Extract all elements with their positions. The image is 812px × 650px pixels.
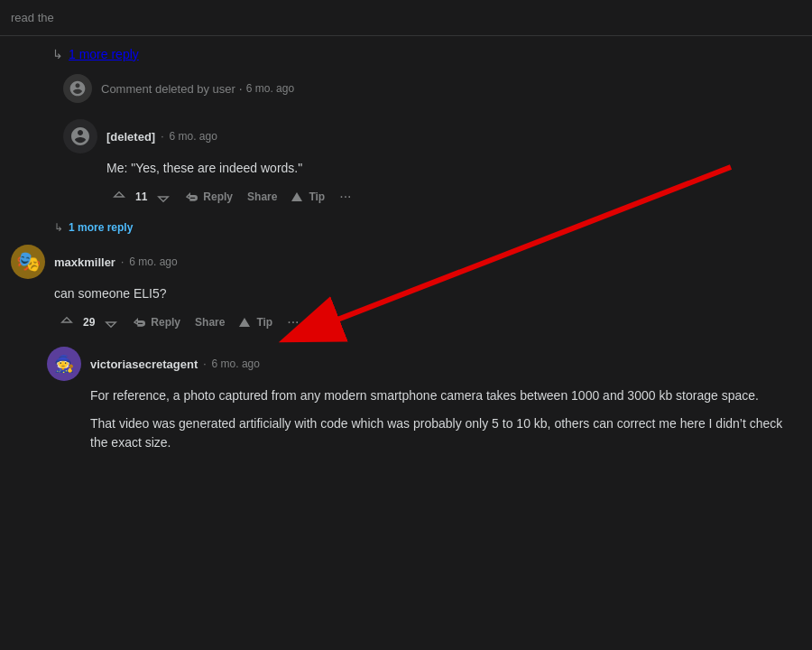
comment3-header: 🧙 victoriasecretagent · 6 mo. ago [47, 347, 801, 381]
comment2-reply-button[interactable]: Reply [127, 311, 186, 333]
comment3-para1: For reference, a photo captured from any… [90, 386, 801, 405]
comment1-text: Me: "Yes, these are indeed words." [106, 161, 302, 175]
comment2-body: can someone ELI5? [54, 284, 801, 303]
comment2-share-button[interactable]: Share [189, 312, 230, 332]
comment2-text: can someone ELI5? [54, 286, 167, 301]
comment2-reply-icon [133, 315, 147, 330]
comment-deleted-header: [deleted] · 6 mo. ago [63, 119, 801, 153]
downvote-icon [156, 190, 171, 204]
comment1-share-label: Share [247, 190, 277, 203]
comment2-time: 6 mo. ago [129, 255, 177, 268]
comment-maxkmiller: 🎭 maxkmiller · 6 mo. ago can someone ELI… [0, 241, 812, 338]
top-bar-text: read the [11, 11, 54, 24]
comment2-downvote-button[interactable] [98, 311, 124, 333]
deleted-user-avatar-icon [69, 125, 91, 147]
deleted-dot: · [239, 81, 243, 96]
victoria-avatar: 🧙 [47, 347, 81, 381]
comments-container: ↳ 1 more reply Comment deleted by user ·… [0, 36, 812, 476]
comment1-vote-group: 11 [106, 186, 176, 208]
one-more-reply-link[interactable]: 1 more reply [69, 221, 133, 234]
comment1-upvote-button[interactable] [106, 186, 132, 208]
deleted-user-avatar [63, 119, 97, 153]
comment-deleted-user: [deleted] · 6 mo. ago Me: "Yes, these ar… [0, 116, 812, 212]
comment1-reply-label: Reply [203, 190, 233, 203]
comment-victoria: 🧙 victoriasecretagent · 6 mo. ago For re… [0, 343, 812, 463]
comment2-reply-label: Reply [151, 316, 180, 329]
one-more-reply-section: ↳ 1 more reply [0, 218, 812, 237]
victoria-username[interactable]: victoriasecretagent [90, 358, 198, 371]
comment2-dot: · [121, 255, 124, 268]
comment1-more-button[interactable]: ··· [334, 185, 356, 209]
comment2-vote-count: 29 [81, 316, 97, 329]
upvote-icon [112, 190, 126, 204]
comment1-share-button[interactable]: Share [242, 187, 282, 207]
comment1-tip-button[interactable]: Tip [286, 187, 330, 207]
comment2-downvote-icon [104, 315, 118, 330]
reply-icon [185, 190, 199, 204]
comment2-more-button[interactable]: ··· [281, 311, 304, 334]
reply-arrow-icon: ↳ [52, 47, 63, 61]
comment1-body: Me: "Yes, these are indeed words." [106, 159, 801, 178]
comment2-upvote-button[interactable] [54, 311, 79, 333]
deleted-text: Comment deleted by user [101, 82, 235, 96]
deleted-avatar-icon [69, 79, 87, 98]
tip-icon [291, 192, 302, 201]
comment2-tip-label: Tip [256, 316, 272, 329]
comment2-share-label: Share [195, 316, 225, 329]
comment3-time: 6 mo. ago [212, 358, 260, 370]
comment2-header: 🎭 maxkmiller · 6 mo. ago [11, 245, 801, 279]
deleted-comment-row: Comment deleted by user · 6 mo. ago [0, 69, 812, 108]
comment3-body: For reference, a photo captured from any… [90, 386, 801, 452]
more-reply-top-link[interactable]: 1 more reply [69, 47, 139, 61]
comment1-downvote-button[interactable] [151, 186, 176, 208]
deleted-avatar [63, 74, 92, 103]
comment1-reply-button[interactable]: Reply [180, 186, 238, 208]
comment1-time: 6 mo. ago [170, 130, 217, 143]
expand-icon: ↳ [54, 221, 63, 234]
comment1-vote-count: 11 [134, 190, 149, 203]
comment2-tip-icon [239, 318, 250, 327]
maxkmiller-avatar: 🎭 [11, 245, 45, 279]
maxkmiller-username[interactable]: maxkmiller [54, 255, 115, 269]
comment3-dot: · [203, 358, 206, 370]
comment2-upvote-icon [60, 315, 74, 330]
comment3-para2: That video was generated artificially wi… [90, 414, 801, 452]
comment1-dot: · [161, 130, 163, 143]
deleted-username[interactable]: [deleted] [106, 130, 155, 144]
comment2-more-dots: ··· [287, 314, 299, 330]
comment1-actions: 11 Reply Share [106, 185, 801, 209]
comment2-actions: 29 Reply Share [54, 311, 801, 334]
comment2-vote-group: 29 [54, 311, 124, 333]
comment1-tip-label: Tip [309, 190, 325, 203]
deleted-time: 6 mo. ago [246, 82, 294, 95]
comment2-tip-button[interactable]: Tip [234, 312, 278, 332]
comment1-more-dots: ··· [339, 189, 351, 204]
more-reply-top-section: ↳ 1 more reply [0, 43, 812, 69]
top-bar: read the [0, 0, 812, 36]
